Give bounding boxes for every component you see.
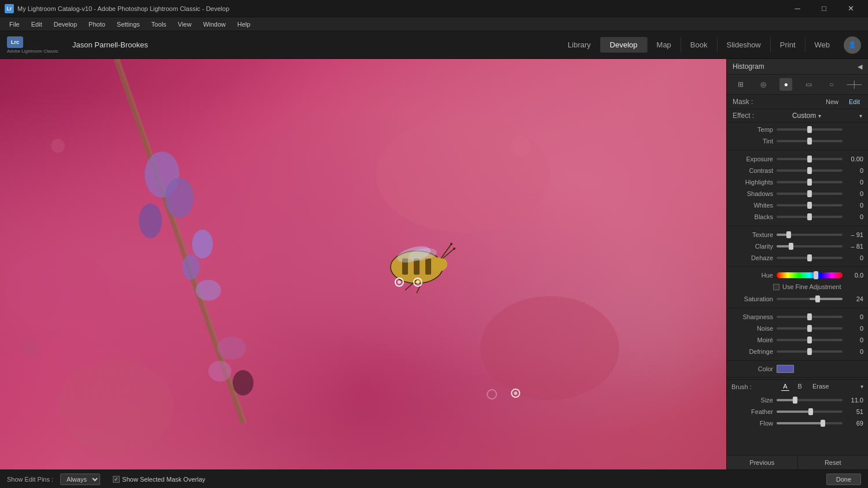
- brush-dropdown-arrow[interactable]: ▾: [860, 383, 863, 390]
- tint-thumb[interactable]: [807, 138, 812, 145]
- tool-radial-icon[interactable]: ●: [779, 78, 792, 91]
- dehaze-slider-row: Dehaze 0: [727, 252, 868, 264]
- nav-develop[interactable]: Develop: [600, 37, 647, 53]
- noise-label: Noise: [731, 325, 773, 332]
- clarity-thumb[interactable]: [789, 243, 793, 250]
- feather-thumb[interactable]: [808, 408, 813, 415]
- nav-slideshow[interactable]: Slideshow: [717, 37, 770, 53]
- show-mask-checkbox[interactable]: ✓: [113, 476, 120, 483]
- blacks-slider[interactable]: [777, 216, 843, 218]
- menu-edit[interactable]: Edit: [25, 20, 48, 29]
- saturation-slider[interactable]: [777, 298, 843, 300]
- svg-point-3: [165, 178, 194, 218]
- fine-adjustment-checkbox[interactable]: [773, 284, 779, 290]
- temp-slider[interactable]: [777, 128, 843, 131]
- lrc-logo: Lrc Adobe Lightroom Classic: [7, 36, 58, 54]
- moire-thumb[interactable]: [807, 337, 812, 343]
- menu-tools[interactable]: Tools: [146, 20, 172, 29]
- svg-point-10: [480, 296, 619, 400]
- effect-label: Effect :: [733, 112, 754, 120]
- size-slider[interactable]: [777, 399, 843, 401]
- reset-button[interactable]: Reset: [798, 456, 869, 469]
- tool-grid-icon[interactable]: ⊞: [734, 78, 747, 91]
- right-panel: Histogram ◀ ⊞ ◎ ● ▭ ○ ─┼─ Mask : New Edi…: [726, 59, 868, 469]
- nav-book[interactable]: Book: [681, 37, 717, 53]
- tool-rect-icon[interactable]: ▭: [803, 78, 815, 91]
- brush-tab-b[interactable]: B: [796, 382, 804, 391]
- maximize-button[interactable]: □: [811, 0, 837, 17]
- whites-slider[interactable]: [777, 204, 843, 206]
- effect-dropdown[interactable]: Custom ▾: [792, 112, 821, 120]
- defringe-slider-row: Defringe 0: [727, 346, 868, 357]
- tool-circle2-icon[interactable]: ○: [825, 78, 838, 91]
- effect-section-arrow[interactable]: ▾: [859, 113, 862, 119]
- menu-file[interactable]: File: [3, 20, 25, 29]
- shadows-slider[interactable]: [777, 193, 843, 195]
- feather-slider[interactable]: [777, 411, 843, 413]
- contrast-thumb[interactable]: [807, 167, 812, 174]
- mask-new-button[interactable]: New: [823, 98, 841, 106]
- saturation-thumb[interactable]: [815, 295, 820, 302]
- menu-help[interactable]: Help: [231, 20, 256, 29]
- minimize-button[interactable]: ─: [785, 0, 810, 17]
- main-area: Histogram ◀ ⊞ ◎ ● ▭ ○ ─┼─ Mask : New Edi…: [0, 59, 868, 469]
- menu-window[interactable]: Window: [197, 20, 231, 29]
- nav-library[interactable]: Library: [558, 37, 600, 53]
- dehaze-slider[interactable]: [777, 257, 843, 259]
- histogram-collapse-arrow[interactable]: ◀: [858, 63, 862, 71]
- pins-dropdown[interactable]: Always Auto Never: [60, 474, 100, 485]
- mask-edit-button[interactable]: Edit: [847, 98, 862, 106]
- tool-circle-icon[interactable]: ◎: [757, 78, 770, 91]
- texture-slider[interactable]: [777, 234, 843, 236]
- exposure-value: 0.00: [845, 156, 863, 162]
- texture-thumb[interactable]: [786, 231, 791, 238]
- contrast-slider[interactable]: [777, 169, 843, 172]
- brush-tab-a[interactable]: A: [781, 382, 789, 391]
- temp-thumb[interactable]: [807, 126, 812, 133]
- dehaze-thumb[interactable]: [807, 254, 812, 261]
- hue-slider[interactable]: [777, 272, 843, 278]
- exposure-thumb[interactable]: [807, 156, 812, 162]
- highlights-slider-row: Highlights 0: [727, 176, 868, 188]
- menu-photo[interactable]: Photo: [83, 20, 111, 29]
- noise-slider[interactable]: [777, 327, 843, 330]
- close-button[interactable]: ✕: [838, 0, 863, 17]
- done-button[interactable]: Done: [826, 474, 861, 485]
- whites-thumb[interactable]: [807, 202, 812, 209]
- color-swatch[interactable]: [777, 365, 794, 373]
- flow-thumb[interactable]: [821, 420, 825, 427]
- tint-slider[interactable]: [777, 140, 843, 142]
- nav-print[interactable]: Print: [770, 37, 805, 53]
- highlights-slider[interactable]: [777, 181, 843, 183]
- nav-map[interactable]: Map: [647, 37, 681, 53]
- clarity-slider[interactable]: [777, 245, 843, 247]
- exposure-slider[interactable]: [777, 158, 843, 160]
- menu-view[interactable]: View: [172, 20, 197, 29]
- blacks-thumb[interactable]: [807, 213, 812, 220]
- hue-thumb[interactable]: [814, 271, 818, 279]
- sharpness-label: Sharpness: [731, 313, 773, 320]
- menu-develop[interactable]: Develop: [48, 20, 83, 29]
- svg-point-8: [6, 250, 110, 331]
- window-controls[interactable]: ─ □ ✕: [785, 0, 863, 17]
- sharpness-thumb[interactable]: [807, 313, 812, 320]
- shadows-thumb[interactable]: [807, 190, 812, 197]
- defringe-thumb[interactable]: [807, 348, 812, 355]
- brush-tab-erase[interactable]: Erase: [811, 382, 831, 391]
- flow-slider[interactable]: [777, 422, 843, 424]
- temp-slider-row: Temp: [727, 124, 868, 135]
- moire-slider[interactable]: [777, 339, 843, 341]
- saturation-fill: [810, 298, 843, 300]
- menu-settings[interactable]: Settings: [111, 20, 146, 29]
- sharpness-slider[interactable]: [777, 316, 843, 318]
- defringe-slider[interactable]: [777, 350, 843, 353]
- effect-value: Custom: [792, 112, 816, 120]
- tool-slider-icon[interactable]: ─┼─: [848, 78, 860, 91]
- nav-web[interactable]: Web: [805, 37, 840, 53]
- highlights-thumb[interactable]: [807, 179, 812, 186]
- size-thumb[interactable]: [793, 397, 797, 404]
- previous-button[interactable]: Previous: [727, 456, 798, 469]
- top-nav: Lrc Adobe Lightroom Classic Jason Parnel…: [0, 31, 868, 59]
- nav-avatar[interactable]: 👤: [844, 36, 861, 54]
- noise-thumb[interactable]: [807, 325, 812, 332]
